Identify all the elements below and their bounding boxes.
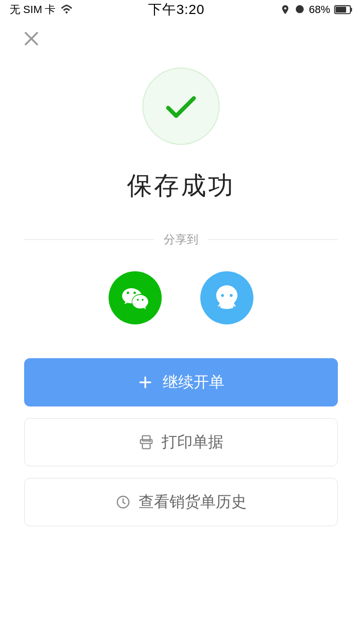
share-divider: 分享到 [24, 232, 338, 247]
history-label: 查看销货单历史 [139, 491, 247, 513]
action-buttons: 继续开单 打印单据 查看销货单历史 [0, 358, 362, 526]
main-content: 保存成功 分享到 [0, 19, 362, 526]
status-time: 下午3:20 [148, 0, 205, 19]
share-wechat-button[interactable] [109, 271, 162, 324]
clock-icon [115, 494, 131, 510]
svg-rect-6 [142, 444, 150, 449]
printer-icon [139, 434, 154, 450]
close-button[interactable] [19, 27, 43, 51]
history-button[interactable]: 查看销货单历史 [24, 478, 338, 526]
continue-label: 继续开单 [163, 372, 224, 393]
status-left: 无 SIM 卡 [10, 2, 73, 17]
svg-rect-2 [335, 7, 346, 13]
status-right: 68% [280, 3, 352, 16]
svg-rect-1 [351, 8, 352, 12]
success-icon-wrapper [142, 68, 220, 145]
svg-point-7 [150, 441, 151, 442]
status-bar: 无 SIM 卡 下午3:20 68% [0, 0, 362, 19]
continue-button[interactable]: 继续开单 [24, 358, 338, 406]
success-title: 保存成功 [127, 169, 235, 203]
location-icon [280, 4, 291, 15]
battery-icon [334, 4, 352, 15]
battery-label: 68% [309, 3, 330, 16]
share-icons [24, 271, 338, 324]
plus-icon [138, 375, 153, 390]
alarm-icon [294, 4, 305, 15]
share-label: 分享到 [154, 232, 208, 247]
carrier-label: 无 SIM 卡 [10, 2, 56, 17]
wifi-icon [60, 3, 73, 16]
share-section: 分享到 [0, 232, 362, 324]
qq-icon [211, 282, 242, 313]
wechat-icon [120, 282, 151, 313]
share-qq-button[interactable] [200, 271, 253, 324]
checkmark-icon [162, 87, 200, 126]
close-icon [23, 30, 40, 47]
print-button[interactable]: 打印单据 [24, 418, 338, 466]
print-label: 打印单据 [162, 432, 223, 453]
